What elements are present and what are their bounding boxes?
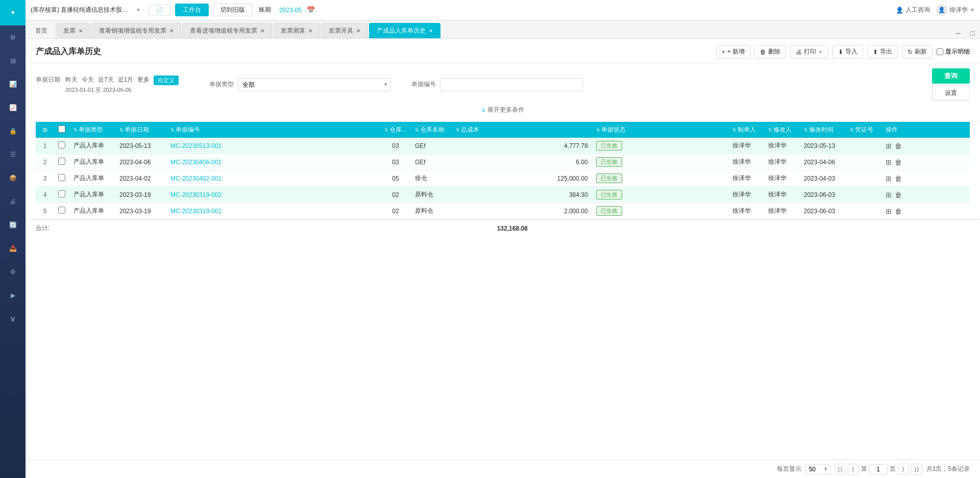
show-detail-checkbox-wrapper[interactable]: 显示明细: [937, 47, 970, 56]
row-delete-icon-0[interactable]: 🗑: [895, 142, 902, 150]
tab-sales-invoice-close-icon[interactable]: ✕: [169, 28, 174, 34]
per-page-select[interactable]: 20 50 100: [805, 464, 830, 474]
row-checkbox-4[interactable]: [54, 203, 69, 219]
date-custom-badge[interactable]: 自定义: [154, 76, 179, 85]
row-check-input-0[interactable]: [58, 141, 65, 148]
date-more[interactable]: 更多: [137, 76, 150, 85]
sidebar-item-voucher[interactable]: ▤: [0, 49, 26, 72]
row-checkbox-0[interactable]: [54, 138, 69, 154]
tab-home[interactable]: 首页: [28, 23, 55, 38]
next-page-button[interactable]: ⟩: [898, 464, 909, 475]
row-num-link-3[interactable]: MC-20230319-002: [166, 187, 380, 203]
tab-invoice-close-icon[interactable]: ✕: [79, 28, 83, 34]
th-settings[interactable]: ⚙: [36, 122, 54, 138]
date-today[interactable]: 今天: [82, 76, 94, 85]
maximize-button[interactable]: □: [967, 28, 977, 38]
prev-page-button[interactable]: ⟨: [848, 464, 859, 475]
date-7days[interactable]: 近7天: [98, 76, 114, 85]
last-page-button[interactable]: ⟩⟩: [911, 464, 922, 475]
print-button[interactable]: 🖨 打印 ▼: [790, 45, 828, 59]
expand-conditions[interactable]: ≡ 展开更多条件: [36, 104, 970, 116]
row-num-link-1[interactable]: MC-20230406-001: [166, 154, 380, 170]
th-date[interactable]: ⇅单据日期: [115, 122, 166, 138]
th-maker[interactable]: ⇅制单人: [728, 122, 764, 138]
tab-invoice-calc[interactable]: 发票测算 ✕: [273, 23, 320, 38]
tab-product-history[interactable]: 产成品入库单历史 ✕: [369, 23, 440, 38]
sidebar-item-sync[interactable]: 🔄: [0, 213, 26, 237]
row-check-input-4[interactable]: [58, 207, 65, 214]
row-delete-icon-3[interactable]: 🗑: [895, 191, 902, 199]
sidebar-item-menu[interactable]: ☰: [0, 143, 26, 166]
filter-settings-button[interactable]: 设置: [932, 86, 970, 100]
th-modify-time[interactable]: ⇅修改时间: [800, 122, 846, 138]
th-checkbox[interactable]: [54, 122, 69, 138]
tab-purchase-invoice-close-icon[interactable]: ✕: [260, 28, 264, 34]
sidebar-item-settings[interactable]: ⚙: [0, 260, 26, 284]
row-num-link-2[interactable]: MC-20230402-001: [166, 170, 380, 187]
sidebar-item-inventory[interactable]: 📦: [0, 166, 26, 190]
calendar-icon[interactable]: 📅: [307, 6, 315, 14]
sidebar-item-version[interactable]: V: [0, 307, 26, 331]
sidebar-item-play[interactable]: ▶: [0, 284, 26, 307]
row-edit-icon-0[interactable]: ⊞: [886, 142, 892, 150]
sidebar-item-lock[interactable]: 🔒: [0, 119, 26, 143]
select-all-checkbox[interactable]: [58, 125, 65, 133]
workdesk-button[interactable]: 工作台: [175, 4, 209, 16]
row-edit-icon-3[interactable]: ⊞: [886, 191, 892, 199]
row-checkbox-1[interactable]: [54, 154, 69, 170]
export-button[interactable]: ⬆ 导出: [867, 45, 898, 59]
tab-invoice-open-close-icon[interactable]: ✕: [356, 28, 360, 34]
type-select[interactable]: 全部 产品入库单: [238, 78, 391, 91]
user-info[interactable]: 👤 徐泽华 ▼: [936, 5, 975, 16]
th-type[interactable]: ⇅单据类型: [69, 122, 115, 138]
th-num[interactable]: ⇅单据编号: [166, 122, 380, 138]
row-checkbox-2[interactable]: [54, 170, 69, 187]
sidebar-item-print[interactable]: 🖨: [0, 190, 26, 213]
app-logo[interactable]: ✦: [0, 0, 26, 26]
row-check-input-2[interactable]: [58, 174, 65, 181]
num-filter-input[interactable]: [440, 78, 583, 91]
row-delete-icon-1[interactable]: 🗑: [895, 158, 902, 166]
th-voucher[interactable]: ⇅凭证号: [846, 122, 881, 138]
row-check-input-3[interactable]: [58, 190, 65, 197]
th-warehouse-code[interactable]: ⇅仓库...: [380, 122, 411, 138]
doc-btn[interactable]: 📄: [148, 5, 171, 16]
delete-button[interactable]: 🗑 删除: [754, 45, 786, 59]
th-status[interactable]: ⇅单据状态: [592, 122, 728, 138]
add-button[interactable]: + + 新增: [716, 45, 750, 59]
row-edit-icon-4[interactable]: ⊞: [886, 207, 892, 215]
row-edit-icon-1[interactable]: ⊞: [886, 158, 892, 166]
row-edit-icon-2[interactable]: ⊞: [886, 174, 892, 183]
date-yesterday[interactable]: 昨天: [65, 76, 78, 85]
tab-product-history-close-icon[interactable]: ✕: [429, 28, 433, 34]
th-warehouse-name[interactable]: ⇅仓库名称: [411, 122, 452, 138]
tab-purchase-invoice[interactable]: 查看进项增值税专用发票 ✕: [182, 23, 272, 38]
th-total-cost[interactable]: ⇅总成本: [452, 122, 592, 138]
import-button[interactable]: ⬇ 导入: [832, 45, 863, 59]
row-checkbox-3[interactable]: [54, 187, 69, 203]
sidebar-item-analysis[interactable]: 📈: [0, 96, 26, 119]
row-delete-icon-2[interactable]: 🗑: [895, 174, 902, 183]
sidebar-item-report[interactable]: 📊: [0, 72, 26, 96]
row-num-link-4[interactable]: MC-20230319-001: [166, 203, 380, 219]
switch-button[interactable]: 切到旧版: [213, 4, 253, 16]
sidebar-item-download[interactable]: 📥: [0, 237, 26, 260]
minimize-button[interactable]: ─: [953, 28, 963, 38]
row-num-link-0[interactable]: MC-20230513-001: [166, 138, 380, 154]
help-service[interactable]: 👤 人工咨询: [896, 6, 930, 14]
company-dropdown-icon[interactable]: ▼: [136, 7, 141, 13]
refresh-button[interactable]: ↻ 刷新: [902, 45, 933, 59]
row-check-input-1[interactable]: [58, 158, 65, 165]
tab-sales-invoice[interactable]: 查看销项增值税专用发票 ✕: [91, 23, 181, 38]
date-1month[interactable]: 近1月: [118, 76, 134, 85]
sidebar-item-home[interactable]: ⊞: [0, 26, 26, 49]
th-modifier[interactable]: ⇅修改人: [764, 122, 800, 138]
tab-invoice-calc-close-icon[interactable]: ✕: [308, 28, 312, 34]
tab-invoice[interactable]: 发票 ✕: [56, 23, 90, 38]
row-delete-icon-4[interactable]: 🗑: [895, 207, 902, 215]
tab-invoice-open[interactable]: 发票开具 ✕: [321, 23, 368, 38]
first-page-button[interactable]: ⟨⟨: [835, 464, 846, 475]
page-number-input[interactable]: [869, 464, 888, 474]
query-button[interactable]: 查询: [932, 68, 970, 84]
show-detail-checkbox[interactable]: [937, 48, 943, 55]
